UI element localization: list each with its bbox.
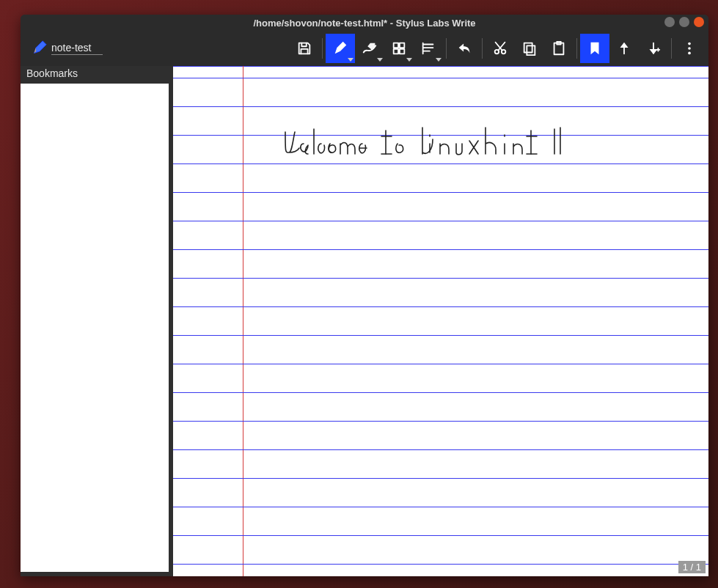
stroke-eraser-button[interactable] xyxy=(355,34,384,63)
toolbar-separator xyxy=(482,38,483,59)
chevron-down-icon xyxy=(436,58,442,62)
paste-button[interactable] xyxy=(544,34,574,63)
chevron-down-icon xyxy=(377,58,383,62)
copy-button[interactable] xyxy=(515,34,544,63)
document-name: note-test xyxy=(51,42,103,55)
toolbar-separator xyxy=(322,38,323,59)
pencil-icon xyxy=(32,40,47,57)
handwritten-stroke xyxy=(283,123,576,170)
bookmark-button[interactable] xyxy=(580,34,609,63)
titlebar[interactable]: /home/shovon/note-test.html* - Stylus La… xyxy=(21,15,708,31)
note-canvas[interactable] xyxy=(173,66,708,576)
minimize-button[interactable] xyxy=(664,17,675,27)
app-body: Bookmarks xyxy=(21,66,708,576)
svg-point-10 xyxy=(688,43,691,45)
svg-rect-0 xyxy=(394,43,398,48)
cut-button[interactable] xyxy=(486,34,515,63)
svg-point-12 xyxy=(688,52,691,55)
chevron-down-icon xyxy=(348,58,353,62)
canvas-area: 1 / 1 xyxy=(173,66,708,576)
toolbar-separator xyxy=(446,38,447,59)
pen-tool-button[interactable] xyxy=(326,34,355,63)
bookmarks-panel[interactable] xyxy=(21,84,169,572)
save-button[interactable] xyxy=(290,34,319,63)
maximize-button[interactable] xyxy=(679,17,689,27)
page-indicator: 1 / 1 xyxy=(678,561,706,573)
toolbar-separator xyxy=(671,38,672,59)
svg-rect-3 xyxy=(400,49,404,54)
undo-button[interactable] xyxy=(450,34,479,63)
prev-page-button[interactable] xyxy=(609,34,639,63)
toolbar: note-test xyxy=(21,31,708,66)
svg-rect-6 xyxy=(524,43,532,53)
sidebar: Bookmarks xyxy=(21,66,173,576)
sidebar-title: Bookmarks xyxy=(21,66,173,84)
app-window: /home/shovon/note-test.html* - Stylus La… xyxy=(21,15,708,576)
svg-rect-1 xyxy=(400,43,404,48)
document-tab[interactable]: note-test xyxy=(25,37,110,60)
chevron-down-icon xyxy=(406,58,412,62)
selection-tool-button[interactable] xyxy=(384,34,414,63)
close-button[interactable] xyxy=(694,17,704,27)
insert-space-button[interactable] xyxy=(414,34,443,63)
window-controls xyxy=(664,17,704,27)
toolbar-separator xyxy=(576,38,577,59)
svg-point-11 xyxy=(688,47,691,50)
menu-button[interactable] xyxy=(675,34,704,63)
svg-rect-2 xyxy=(394,49,398,54)
next-page-button[interactable] xyxy=(639,34,668,63)
svg-rect-7 xyxy=(527,45,535,55)
window-title: /home/shovon/note-test.html* - Stylus La… xyxy=(253,18,475,29)
